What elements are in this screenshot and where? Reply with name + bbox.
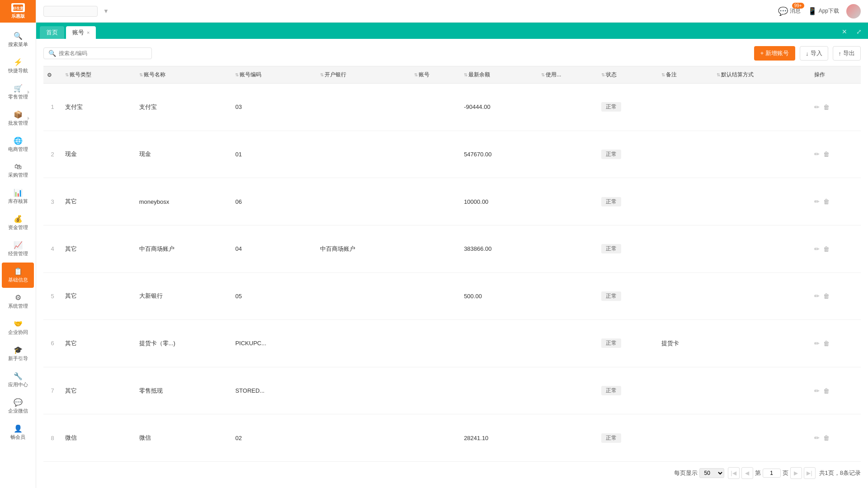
sidebar-item-经营管理[interactable]: 📈经营管理 — [2, 236, 34, 262]
export-button[interactable]: ↑ 导出 — [833, 46, 861, 61]
cell-account-0 — [410, 84, 461, 131]
action-icons: ✏ 🗑 — [814, 434, 857, 441]
add-account-button[interactable]: + 新增账号 — [754, 46, 795, 61]
app-download-button[interactable]: 📱 App下载 — [808, 7, 839, 15]
delete-button-0[interactable]: 🗑 — [823, 103, 830, 111]
per-page-select[interactable]: 50 20 100 — [699, 468, 724, 478]
th-remark[interactable]: ⇅备注 — [658, 66, 713, 84]
sidebar-item-资金管理[interactable]: 💰资金管理 — [2, 210, 34, 235]
last-page-button[interactable]: ▶| — [804, 467, 816, 479]
cell-default-settle-2 — [713, 178, 811, 225]
th-usage[interactable]: ⇅使用... — [538, 66, 598, 84]
sidebar-item-零售管理[interactable]: 🛒零售管理 — [2, 80, 34, 105]
sidebar-label-14: 企业微信 — [8, 408, 28, 414]
cell-account-5 — [410, 320, 461, 367]
topbar-search-input[interactable] — [43, 6, 98, 17]
delete-button-1[interactable]: 🗑 — [823, 150, 830, 158]
page-input[interactable] — [763, 469, 781, 478]
th-status[interactable]: ⇅状态 — [598, 66, 658, 84]
edit-button-6[interactable]: ✏ — [814, 387, 820, 394]
th-account-type[interactable]: ⇅账号类型 — [61, 66, 136, 84]
sidebar-icon-13: 🔧 — [14, 372, 23, 380]
cell-code-4: 05 — [231, 272, 316, 320]
tab-home[interactable]: 首页 — [40, 26, 64, 39]
first-page-button[interactable]: |◀ — [728, 467, 740, 479]
cell-type-4: 其它 — [61, 272, 136, 320]
tab-account[interactable]: 账号 × — [66, 26, 96, 39]
edit-button-2[interactable]: ✏ — [814, 198, 820, 205]
next-page-button[interactable]: ▶ — [790, 467, 802, 479]
sidebar-item-畅会员[interactable]: 👤畅会员 — [2, 420, 34, 445]
sidebar-item-电商管理[interactable]: 🌐电商管理 — [2, 132, 34, 157]
message-button[interactable]: 💬 消息 99+ — [778, 6, 801, 16]
cell-remark-3 — [658, 225, 713, 272]
table-row: 1 支付宝 支付宝 03 -90444.00 正常 ✏ 🗑 — [43, 84, 861, 131]
message-label: 消息 — [790, 7, 801, 15]
th-actions: 操作 — [811, 66, 861, 84]
search-input[interactable] — [59, 50, 147, 56]
th-balance[interactable]: ⇅最新余额 — [460, 66, 538, 84]
cell-balance-3: 383866.00 — [460, 225, 538, 272]
cell-bank-6 — [316, 367, 410, 414]
sidebar-item-基础信息[interactable]: 📋基础信息 — [2, 263, 34, 288]
action-icons: ✏ 🗑 — [814, 245, 857, 253]
cell-usage-0 — [538, 84, 598, 131]
status-badge: 正常 — [601, 197, 621, 206]
table-header-row: ⚙ ⇅账号类型 ⇅账号名称 ⇅账号编码 ⇅开户银行 ⇅账号 ⇅最新余额 ⇅使用.… — [43, 66, 861, 84]
th-bank[interactable]: ⇅开户银行 — [316, 66, 410, 84]
edit-button-7[interactable]: ✏ — [814, 434, 820, 441]
sidebar-item-企业微信[interactable]: 💬企业微信 — [2, 394, 34, 419]
th-settings[interactable]: ⚙ — [43, 66, 61, 84]
edit-button-1[interactable]: ✏ — [814, 150, 820, 158]
sidebar-item-搜索菜单[interactable]: 🔍搜索菜单 — [2, 27, 34, 52]
cell-name-3: 中百商场账户 — [136, 225, 232, 272]
import-icon: ↓ — [806, 50, 809, 57]
edit-button-4[interactable]: ✏ — [814, 292, 820, 300]
sidebar-item-系统管理[interactable]: ⚙系统管理 — [2, 289, 34, 314]
th-account-no[interactable]: ⇅账号 — [410, 66, 461, 84]
sidebar-item-批发管理[interactable]: 📦批发管理 — [2, 106, 34, 131]
th-account-name[interactable]: ⇅账号名称 — [136, 66, 232, 84]
sidebar: 好生意 乐惠版 🔍搜索菜单⚡快捷导航🛒零售管理📦批发管理🌐电商管理🛍采购管理📊库… — [0, 0, 36, 488]
cell-status-2: 正常 — [598, 178, 658, 225]
delete-button-2[interactable]: 🗑 — [823, 198, 830, 205]
sidebar-item-库存核算[interactable]: 📊库存核算 — [2, 184, 34, 209]
th-account-code[interactable]: ⇅账号编码 — [231, 66, 316, 84]
sidebar-item-新手引导[interactable]: 🎓新手引导 — [2, 341, 34, 366]
tab-expand-button[interactable]: ⤢ — [854, 26, 864, 37]
sidebar-label-4: 电商管理 — [8, 146, 28, 153]
logo-text: 乐惠版 — [11, 13, 25, 19]
edit-button-0[interactable]: ✏ — [814, 103, 820, 111]
cell-default-settle-5 — [713, 320, 811, 367]
import-button[interactable]: ↓ 导入 — [800, 46, 828, 61]
tab-close-all-button[interactable]: ✕ — [839, 26, 850, 37]
delete-button-5[interactable]: 🗑 — [823, 340, 830, 347]
topbar-dropdown-icon[interactable]: ▼ — [103, 8, 109, 14]
cell-status-7: 正常 — [598, 414, 658, 462]
sidebar-item-企业协同[interactable]: 🤝企业协同 — [2, 315, 34, 340]
delete-button-7[interactable]: 🗑 — [823, 434, 830, 441]
delete-button-6[interactable]: 🗑 — [823, 387, 830, 394]
per-page-label: 每页显示 — [674, 469, 698, 477]
sidebar-item-采购管理[interactable]: 🛍采购管理 — [2, 158, 34, 183]
edit-button-3[interactable]: ✏ — [814, 245, 820, 253]
cell-actions-2: ✏ 🗑 — [811, 178, 861, 225]
tab-account-close[interactable]: × — [87, 30, 90, 35]
cell-no-0: 1 — [43, 84, 61, 131]
sidebar-icon-0: 🔍 — [14, 32, 23, 40]
cell-no-6: 7 — [43, 367, 61, 414]
sidebar-item-应用中心[interactable]: 🔧应用中心 — [2, 367, 34, 393]
prev-page-button[interactable]: ◀ — [741, 467, 753, 479]
cell-bank-3: 中百商场账户 — [316, 225, 410, 272]
delete-button-3[interactable]: 🗑 — [823, 245, 830, 253]
sidebar-item-快捷导航[interactable]: ⚡快捷导航 — [2, 53, 34, 79]
th-default-settle[interactable]: ⇅默认结算方式 — [713, 66, 811, 84]
avatar[interactable] — [846, 4, 861, 19]
page-size-selector: 每页显示 50 20 100 — [674, 468, 724, 478]
cell-default-settle-1 — [713, 131, 811, 178]
pagination-controls: |◀ ◀ 第 页 ▶ ▶| — [728, 467, 816, 479]
delete-button-4[interactable]: 🗑 — [823, 292, 830, 300]
status-badge: 正常 — [601, 150, 621, 159]
edit-button-5[interactable]: ✏ — [814, 340, 820, 347]
sidebar-label-15: 畅会员 — [10, 434, 25, 441]
